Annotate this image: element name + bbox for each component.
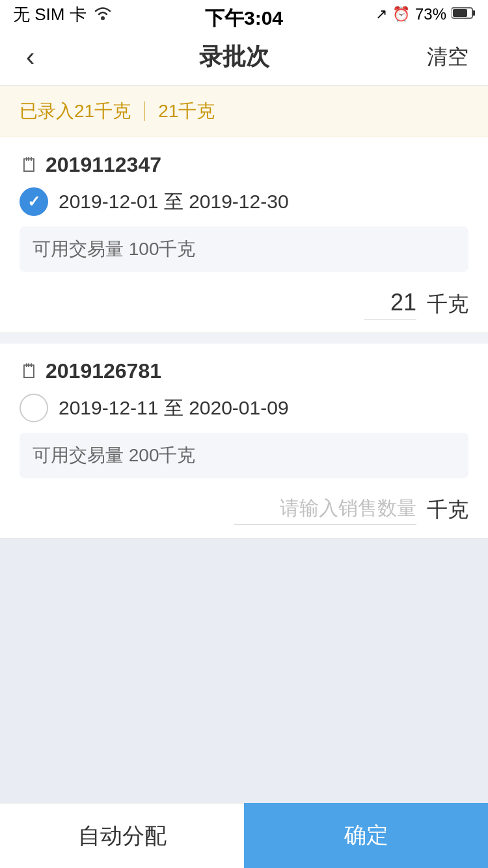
battery-icon [452, 5, 475, 23]
batch-1-available: 可用交易量 100千克 [20, 226, 468, 272]
batch-2-id: 2019126781 [46, 359, 161, 383]
nav-bar: ‹ 录批次 清空 [0, 29, 488, 86]
batch-1-quantity[interactable]: 21 [364, 289, 416, 319]
batch-1-input-row: 21 千克 [0, 282, 488, 333]
batch-1-id: 2019112347 [46, 153, 161, 177]
batch-1-radio[interactable]: ✓ [20, 187, 48, 216]
status-right: ↗ ⏰ 73% [375, 5, 475, 23]
batch-card-1: 🗒 2019112347 ✓ 2019-12-01 至 2019-12-30 可… [0, 137, 488, 333]
page-title: 录批次 [199, 41, 269, 73]
svg-rect-2 [472, 10, 475, 16]
batch-1-date-row: ✓ 2019-12-01 至 2019-12-30 [0, 182, 488, 221]
card-separator [0, 333, 488, 344]
battery-label: 73% [415, 5, 446, 23]
recorded-label: 已录入21千克 [20, 99, 131, 124]
batch-2-input-row: 请输入销售数量 千克 [0, 489, 488, 539]
batch-2-radio[interactable] [20, 394, 48, 422]
carrier-label: 无 SIM 卡 [13, 3, 87, 26]
back-button[interactable]: ‹ [20, 36, 41, 78]
info-banner: 已录入21千克 21千克 [0, 86, 488, 137]
status-left: 无 SIM 卡 [13, 3, 113, 26]
batch-2-date: 2019-12-11 至 2020-01-09 [59, 395, 289, 422]
status-bar: 无 SIM 卡 下午3:04 ↗ ⏰ 73% [0, 0, 488, 29]
batch-1-icon: 🗒 [20, 154, 39, 176]
alarm-icon: ⏰ [392, 6, 410, 23]
batch-2-icon: 🗒 [20, 360, 39, 383]
wifi-icon [93, 5, 113, 25]
auto-distribute-button[interactable]: 自动分配 [0, 803, 244, 868]
status-time: 下午3:04 [205, 5, 283, 32]
confirm-button[interactable]: 确定 [244, 803, 488, 868]
batch-2-placeholder[interactable]: 请输入销售数量 [234, 495, 416, 525]
bottom-bar: 自动分配 确定 [0, 803, 488, 868]
svg-point-0 [101, 16, 105, 20]
empty-space [0, 539, 488, 838]
location-icon: ↗ [375, 6, 387, 23]
batch-card-2: 🗒 2019126781 2019-12-11 至 2020-01-09 可用交… [0, 344, 488, 539]
total-label: 21千克 [158, 99, 215, 124]
check-icon: ✓ [27, 193, 40, 211]
svg-rect-3 [453, 9, 467, 17]
batch-2-header: 🗒 2019126781 [0, 344, 488, 388]
info-divider [144, 102, 145, 121]
batch-1-header: 🗒 2019112347 [0, 137, 488, 182]
batch-2-date-row: 2019-12-11 至 2020-01-09 [0, 388, 488, 427]
clear-button[interactable]: 清空 [427, 43, 468, 72]
batch-2-unit: 千克 [427, 496, 468, 524]
batch-1-date: 2019-12-01 至 2019-12-30 [59, 189, 289, 215]
batch-1-unit: 千克 [427, 290, 468, 319]
batch-2-available: 可用交易量 200千克 [20, 433, 468, 478]
